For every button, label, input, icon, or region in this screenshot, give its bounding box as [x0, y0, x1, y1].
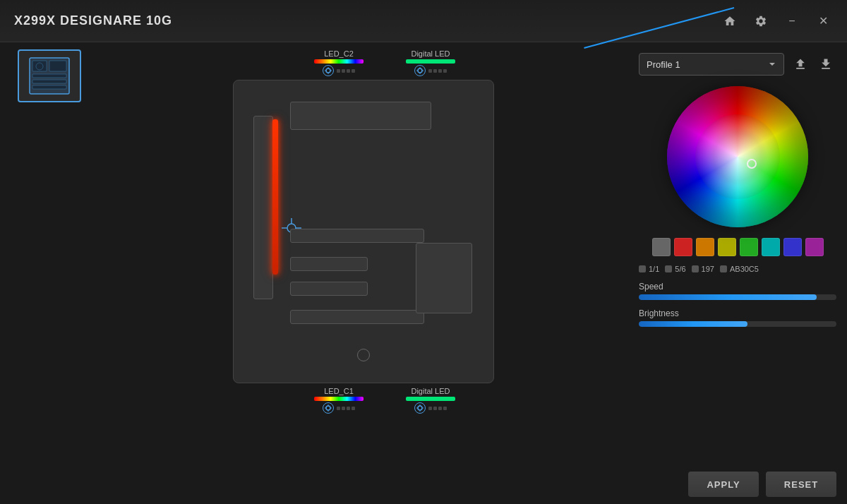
swatch-blue[interactable] — [783, 238, 802, 256]
led-item-label: 5/6 — [675, 265, 685, 273]
digital-led-bar-top — [406, 59, 455, 64]
led-item: 5/6 — [665, 265, 685, 273]
led-c2-dots — [337, 69, 355, 73]
profile-dropdown[interactable]: Profile 1 — [639, 53, 784, 76]
led-c1-dots — [337, 407, 355, 410]
circle-indicator — [357, 349, 370, 361]
board-visual[interactable] — [233, 80, 494, 383]
brightness-slider-track[interactable] — [639, 321, 836, 327]
mid-slot-4 — [290, 310, 424, 324]
top-slot — [290, 102, 431, 130]
center-panel: LED_C2 Digital LED — [99, 49, 628, 497]
led-c1-rainbow-bar — [314, 397, 364, 401]
led-c2-icons — [323, 65, 355, 76]
digital-led-bar-bottom — [406, 397, 455, 401]
settings-button[interactable] — [751, 11, 771, 31]
close-button[interactable]: ✕ — [813, 11, 833, 31]
led-item: AB30C5 — [720, 265, 759, 273]
import-profile-button[interactable] — [790, 54, 811, 75]
home-button[interactable] — [720, 11, 740, 31]
brightness-label: Brightness — [639, 308, 836, 318]
swatch-purple[interactable] — [805, 238, 824, 256]
led-item-label: 1/1 — [649, 265, 659, 273]
digital-led-icons-bottom — [414, 402, 447, 414]
svg-point-6 — [36, 63, 43, 70]
swatch-orange[interactable] — [696, 238, 714, 256]
led-item-dot — [692, 265, 699, 272]
minimize-button[interactable]: − — [782, 11, 802, 31]
svg-rect-5 — [49, 61, 66, 71]
led-item-label: AB30C5 — [730, 265, 759, 273]
digital-led-label-top: Digital LED — [411, 49, 450, 58]
speed-label: Speed — [639, 282, 836, 292]
profile-actions — [790, 54, 836, 75]
digital-led-group-bottom: Digital LED — [406, 387, 455, 414]
brightness-slider-group: Brightness — [639, 308, 836, 327]
led-c1-group-bottom: LED_C1 — [314, 387, 364, 414]
led-c1-icons — [323, 402, 355, 414]
led-c1-icon[interactable] — [323, 402, 334, 414]
profile-row: Profile 1 — [639, 53, 836, 76]
mid-slot-1 — [290, 229, 424, 243]
led-c2-label: LED_C2 — [324, 49, 354, 58]
led-labels-bottom: LED_C1 Digital LED — [272, 387, 455, 414]
digital-led-label-bottom: Digital LED — [411, 387, 450, 395]
digital-led-icon-top[interactable] — [414, 65, 426, 76]
right-box — [416, 243, 472, 313]
swatch-teal[interactable] — [762, 238, 780, 256]
svg-rect-2 — [32, 74, 66, 78]
app-title: X299X DESIGNARE 10G — [14, 13, 172, 28]
export-profile-button[interactable] — [815, 54, 836, 75]
reset-button[interactable]: RESET — [766, 472, 836, 497]
color-swatches — [639, 238, 836, 256]
led-item-dot — [665, 265, 672, 272]
brightness-slider-fill — [639, 321, 747, 327]
apply-button[interactable]: APPLY — [688, 472, 759, 497]
speed-slider-track[interactable] — [639, 294, 836, 300]
title-bar: X299X DESIGNARE 10G − ✕ — [0, 0, 847, 42]
led-item-dot — [639, 265, 646, 272]
main-content: LED_C2 Digital LED — [0, 42, 847, 504]
led-item: 197 — [692, 265, 714, 273]
led-item-dot — [720, 265, 727, 272]
color-wheel-overlay — [667, 86, 808, 227]
digital-led-dots-bottom — [428, 407, 447, 410]
led-labels-top: LED_C2 Digital LED — [272, 49, 455, 76]
speed-slider-fill — [639, 294, 817, 300]
led-c2-group-top: LED_C2 — [314, 49, 364, 76]
led-c2-rainbow-bar — [314, 59, 364, 64]
digital-led-icons-top — [414, 65, 447, 76]
motherboard-thumbnail[interactable] — [18, 49, 81, 102]
swatch-green[interactable] — [740, 238, 758, 256]
title-controls: − ✕ — [720, 11, 833, 31]
color-wheel[interactable] — [667, 86, 808, 227]
profile-selected-label: Profile 1 — [647, 59, 680, 70]
red-led-strip — [272, 119, 278, 275]
left-panel — [11, 49, 88, 497]
swatch-yellow[interactable] — [718, 238, 736, 256]
svg-rect-3 — [32, 80, 66, 83]
led-item-label: 197 — [702, 265, 714, 273]
digital-led-icon-bottom[interactable] — [414, 402, 426, 414]
mid-slot-3 — [290, 282, 368, 296]
digital-led-dots-top — [428, 69, 447, 73]
svg-rect-4 — [32, 85, 66, 89]
led-items: 1/15/6197AB30C5 — [639, 265, 836, 273]
mid-slot-2 — [290, 257, 368, 271]
left-tall-component — [253, 116, 273, 299]
swatch-red[interactable] — [674, 238, 692, 256]
right-panel: Profile 1 1/15/6197AB30C5 — [639, 49, 836, 497]
led-item: 1/1 — [639, 265, 659, 273]
led-c2-icon[interactable] — [323, 65, 334, 76]
speed-slider-group: Speed — [639, 282, 836, 300]
led-c1-label: LED_C1 — [324, 387, 354, 395]
color-wheel-cursor — [747, 159, 757, 169]
spacer — [639, 334, 836, 464]
swatch-gray[interactable] — [652, 238, 671, 256]
digital-led-group-top: Digital LED — [406, 49, 455, 76]
action-buttons: APPLY RESET — [639, 472, 836, 497]
color-wheel-container[interactable] — [639, 83, 836, 231]
